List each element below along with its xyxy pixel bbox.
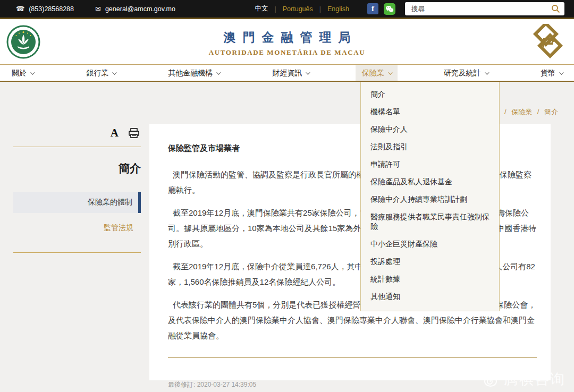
dropdown-item-sme-catastrophe-insurance[interactable]: 中小企巨災財產保險	[361, 236, 499, 253]
facebook-icon[interactable]: f	[367, 3, 378, 14]
nav-label: 關於	[12, 69, 27, 78]
breadcrumb-insurance[interactable]: 保險業	[511, 108, 532, 116]
email-address: general@amcm.gov.mo	[105, 5, 175, 13]
lang-english[interactable]: English	[321, 5, 356, 13]
nav-label: 銀行業	[86, 69, 108, 78]
breadcrumb-separator: /	[504, 108, 507, 116]
nav-item-about[interactable]: 關於	[5, 65, 40, 81]
chevron-down-icon	[112, 70, 116, 74]
dropdown-item-other-notices[interactable]: 其他通知	[361, 288, 499, 306]
lang-portuguese[interactable]: Português	[276, 5, 319, 13]
top-utility-bar: ☎ (853)28568288 ✉ general@amcm.gov.mo 中文…	[0, 0, 574, 18]
dropdown-item-insurance-intermediaries[interactable]: 保險中介人	[361, 121, 499, 139]
chevron-down-icon	[388, 70, 392, 74]
sidebar: A 簡介 保險業的體制 監管法規	[13, 126, 141, 253]
nav-item-research-statistics[interactable]: 研究及統計	[437, 65, 494, 81]
last-modified-timestamp: 最後修訂: 2020-03-27 14:39:05	[168, 380, 537, 389]
phone-number: (853)28568288	[29, 5, 74, 13]
sidebar-section-title: 簡介	[13, 161, 141, 176]
chevron-down-icon	[30, 70, 35, 74]
sidebar-item-regulations[interactable]: 監管法規	[13, 217, 141, 238]
nav-label: 保險業	[362, 69, 384, 78]
email-contact[interactable]: ✉ general@amcm.gov.mo	[95, 5, 175, 13]
nav-label: 研究及統計	[444, 69, 481, 78]
nav-item-currency[interactable]: 貨幣	[534, 65, 569, 81]
phone-icon: ☎	[16, 5, 24, 12]
print-icon[interactable]	[128, 128, 140, 139]
search-icon[interactable]	[551, 4, 560, 13]
main-navigation: 關於 銀行業 其他金融機構 財經資訊 保險業 研究及統計 貨幣	[0, 65, 574, 82]
nav-item-other-financial-institutions[interactable]: 其他金融機構	[162, 65, 226, 81]
social-links: f	[367, 3, 395, 15]
content-bottom-divider	[168, 357, 537, 358]
dropdown-item-institution-list[interactable]: 機構名單	[361, 104, 499, 121]
chevron-down-icon	[485, 70, 489, 74]
chevron-down-icon	[559, 70, 563, 74]
dropdown-item-medical-liability-insurance[interactable]: 醫療服務提供者職業民事責任強制保險	[361, 209, 499, 236]
dropdown-item-statistics[interactable]: 統計數據	[361, 271, 499, 288]
font-size-icon[interactable]: A	[111, 126, 119, 140]
phone-contact[interactable]: ☎ (853)28568288	[16, 5, 74, 13]
sidebar-item-insurance-system[interactable]: 保險業的體制	[13, 192, 141, 213]
dropdown-item-complaints[interactable]: 投訴處理	[361, 253, 499, 271]
wechat-icon[interactable]	[384, 3, 395, 15]
sidebar-divider	[13, 147, 141, 147]
dropdown-item-introduction[interactable]: 簡介	[361, 86, 499, 104]
site-title-chinese: 澳門金融管理局	[7, 29, 574, 46]
amcm-diamond-logo	[530, 24, 565, 59]
lang-chinese[interactable]: 中文	[249, 4, 275, 13]
language-switcher: 中文 | Português | English	[249, 4, 356, 13]
mail-icon: ✉	[95, 5, 101, 12]
site-header: 澳門金融管理局 AUTORIDADE MONETÁRIA DE MACAU	[0, 19, 574, 65]
sidebar-divider	[13, 252, 141, 253]
nav-item-banking[interactable]: 銀行業	[80, 65, 122, 81]
weibo-icon	[483, 371, 501, 388]
breadcrumb-separator: /	[537, 108, 539, 116]
sidebar-menu: 保險業的體制 監管法規	[13, 192, 141, 238]
nav-item-insurance[interactable]: 保險業	[356, 65, 398, 81]
watermark: 腾祺咨询	[483, 370, 565, 389]
search-box	[405, 2, 564, 15]
dropdown-item-rules-guidelines[interactable]: 法則及指引	[361, 139, 499, 156]
watermark-text: 腾祺咨询	[504, 370, 565, 389]
breadcrumb-introduction[interactable]: 簡介	[544, 108, 558, 116]
chevron-down-icon	[306, 70, 310, 74]
nav-item-financial-info[interactable]: 財經資訊	[266, 65, 315, 81]
dropdown-item-application-licensing[interactable]: 申請許可	[361, 156, 499, 174]
site-title-portuguese: AUTORIDADE MONETÁRIA DE MACAU	[0, 48, 574, 57]
chevron-down-icon	[216, 70, 221, 74]
dropdown-item-cpd-programme[interactable]: 保險中介人持續專業培訓計劃	[361, 191, 499, 209]
search-input[interactable]	[410, 5, 551, 13]
insurance-dropdown-menu: 簡介 機構名單 保險中介人 法則及指引 申請許可 保險產品及私人退休基金 保險中…	[360, 82, 500, 311]
nav-label: 財經資訊	[272, 69, 302, 78]
nav-label: 貨幣	[541, 69, 555, 78]
dropdown-item-products-pension-funds[interactable]: 保險產品及私人退休基金	[361, 174, 499, 191]
nav-label: 其他金融機構	[168, 69, 213, 78]
page-tools: A	[13, 126, 141, 140]
site-title-block: 澳門金融管理局 AUTORIDADE MONETÁRIA DE MACAU	[0, 29, 574, 57]
